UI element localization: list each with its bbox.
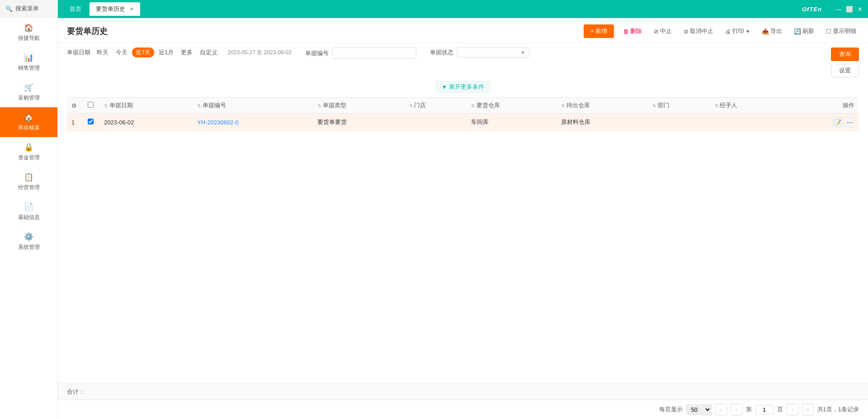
row-edit-button[interactable]: 📝 <box>833 117 843 127</box>
topbar-right: OfTEn — ⬜ ✕ <box>802 6 863 13</box>
page-number-input[interactable]: 1 <box>755 405 774 414</box>
stop-button[interactable]: ⊘ 中止 <box>651 25 675 37</box>
tab-requisition-history-label: 要货单历史 <box>96 5 125 13</box>
inventory-icon: 🏠 <box>24 113 33 122</box>
content-area: 要货单历史 + 新增 🗑 删除 ⊘ 中止 ⊘ 取消中止 <box>58 18 868 419</box>
first-page-button[interactable]: « <box>715 404 727 415</box>
show-detail-label: 显示明细 <box>833 27 856 35</box>
sort-icon: ⇅ <box>471 103 475 108</box>
print-button[interactable]: 🖨 打印 ▼ <box>722 25 753 37</box>
prev-page-button[interactable]: ‹ <box>731 404 742 415</box>
sidebar-item-operation[interactable]: 📋 经营管理 <box>0 167 57 197</box>
date-btn-yesterday[interactable]: 昨天 <box>94 48 111 57</box>
tab-close-icon[interactable]: ✕ <box>130 6 134 12</box>
close-button[interactable]: ✕ <box>858 6 863 13</box>
print-label: 打印 <box>732 27 744 35</box>
sidebar-item-system[interactable]: ⚙️ 系统管理 <box>0 227 57 257</box>
tab-home-label: 首页 <box>70 5 81 13</box>
sidebar-item-quick-nav[interactable]: 🏠 快捷导航 <box>0 18 57 48</box>
per-page-label: 每页显示 <box>659 405 683 414</box>
system-icon: ⚙️ <box>24 232 33 242</box>
row-actions: 📝 ⋯ <box>786 114 859 131</box>
col-header-handler[interactable]: ⇅ 经手人 <box>710 98 786 114</box>
cancel-stop-button[interactable]: ⊘ 取消中止 <box>681 25 716 37</box>
filter-action-buttons: 查询 设置 <box>831 48 859 77</box>
sales-icon: 📊 <box>24 53 33 62</box>
maximize-button[interactable]: ⬜ <box>846 6 853 13</box>
date-filter-col: 单据日期 昨天 今天 近7天 近1月 更多 自定义 2023-05-27 至 2… <box>67 48 292 57</box>
date-btn-custom[interactable]: 自定义 <box>197 48 220 57</box>
topbar: 首页 要货单历史 ✕ OfTEn — ⬜ ✕ <box>58 0 868 18</box>
cancel-stop-label: 取消中止 <box>690 27 713 35</box>
col-header-docno[interactable]: ⇅ 单据编号 <box>193 98 313 114</box>
sort-icon: ⇅ <box>409 103 413 108</box>
col-header-settings[interactable]: ⚙ <box>67 98 83 114</box>
col-header-req-warehouse[interactable]: ⇅ 要货仓库 <box>467 98 557 114</box>
page-word-label: 第 <box>746 405 752 414</box>
tab-home[interactable]: 首页 <box>63 2 88 16</box>
search-icon: 🔍 <box>5 5 13 12</box>
refresh-button[interactable]: 🔄 刷新 <box>791 25 817 37</box>
stop-icon: ⊘ <box>654 28 659 35</box>
date-btn-7days[interactable]: 近7天 <box>132 48 154 57</box>
filter-main-row: 单据日期 昨天 今天 近7天 近1月 更多 自定义 2023-05-27 至 2… <box>67 48 859 77</box>
col-header-date[interactable]: ⇅ 单据日期 <box>99 98 193 114</box>
docstatus-filter-col: 单据状态 ▼ <box>430 48 529 57</box>
minimize-button[interactable]: — <box>835 6 841 13</box>
date-range: 2023-05-27 至 2023-06-02 <box>227 49 291 57</box>
col-header-dept[interactable]: ⇅ 部门 <box>648 98 710 114</box>
sidebar-item-sales[interactable]: 📊 销售管理 <box>0 48 57 77</box>
date-btn-1month[interactable]: 近1月 <box>156 48 176 57</box>
sort-icon: ⇅ <box>715 103 718 108</box>
row-pending-warehouse: 原材料仓库 <box>557 114 648 131</box>
last-page-button[interactable]: » <box>802 404 814 415</box>
docno-filter-col: 单据编号 <box>305 48 416 59</box>
sort-icon: ⇅ <box>652 103 656 108</box>
sidebar-item-label: 快捷导航 <box>18 34 40 42</box>
docno-filter-input[interactable] <box>332 48 416 59</box>
sidebar: 🔍 搜索菜单 🏠 快捷导航 📊 销售管理 🛒 采购管理 🏠 库存核算 🔒 资金管… <box>0 0 58 419</box>
tab-requisition-history[interactable]: 要货单历史 ✕ <box>90 2 140 16</box>
export-icon: 📤 <box>762 28 769 35</box>
filter-settings-button[interactable]: 设置 <box>831 64 859 77</box>
date-btn-more[interactable]: 更多 <box>178 48 195 57</box>
col-header-store[interactable]: ⇅ 门店 <box>405 98 467 114</box>
date-filters: 昨天 今天 近7天 近1月 更多 自定义 <box>94 48 220 57</box>
col-header-doctype[interactable]: ⇅ 单据类型 <box>313 98 404 114</box>
sidebar-item-basic[interactable]: 📄 基础信息 <box>0 197 57 227</box>
refresh-icon: 🔄 <box>794 28 801 35</box>
row-checkbox[interactable] <box>83 114 99 131</box>
row-docno-link[interactable]: YH-20230602-0 <box>197 119 239 126</box>
delete-label: 删除 <box>630 27 642 35</box>
expand-more-button[interactable]: ▼ 展开更多条件 <box>436 81 491 93</box>
date-btn-today[interactable]: 今天 <box>113 48 130 57</box>
select-all-checkbox[interactable] <box>88 102 94 108</box>
show-detail-button[interactable]: ☐ 显示明细 <box>823 25 859 37</box>
new-button[interactable]: + 新增 <box>584 24 614 38</box>
next-page-button[interactable]: › <box>787 404 798 415</box>
operation-icon: 📋 <box>24 172 33 182</box>
col-header-checkbox[interactable] <box>83 98 99 114</box>
docstatus-select[interactable]: ▼ <box>457 48 529 57</box>
col-header-pending-warehouse[interactable]: ⇅ 待出仓库 <box>557 98 648 114</box>
sidebar-search[interactable]: 🔍 搜索菜单 <box>0 0 57 18</box>
delete-button[interactable]: 🗑 删除 <box>620 25 645 37</box>
per-page-select[interactable]: 50 100 200 <box>686 405 712 415</box>
toolbar: + 新增 🗑 删除 ⊘ 中止 ⊘ 取消中止 🖨 打 <box>584 24 859 38</box>
sidebar-item-label: 销售管理 <box>18 64 40 72</box>
print-dropdown-icon: ▼ <box>745 29 750 34</box>
table-row: 1 2023-06-02 YH-20230602-0 要货单要货 车间库 <box>67 114 859 131</box>
sidebar-item-label: 采购管理 <box>18 94 40 102</box>
query-button[interactable]: 查询 <box>831 48 859 61</box>
sidebar-item-inventory[interactable]: 🏠 库存核算 <box>0 107 57 137</box>
sidebar-item-label: 经营管理 <box>18 184 40 191</box>
home-icon: 🏠 <box>24 23 33 33</box>
sidebar-item-finance[interactable]: 🔒 资金管理 <box>0 137 57 167</box>
page-title: 要货单历史 <box>67 26 108 37</box>
sidebar-item-purchase[interactable]: 🛒 采购管理 <box>0 77 57 107</box>
row-select-checkbox[interactable] <box>88 119 94 124</box>
row-index: 1 <box>67 114 83 131</box>
export-button[interactable]: 📤 导出 <box>759 25 785 37</box>
row-more-button[interactable]: ⋯ <box>844 117 854 127</box>
delete-icon: 🗑 <box>623 28 629 35</box>
